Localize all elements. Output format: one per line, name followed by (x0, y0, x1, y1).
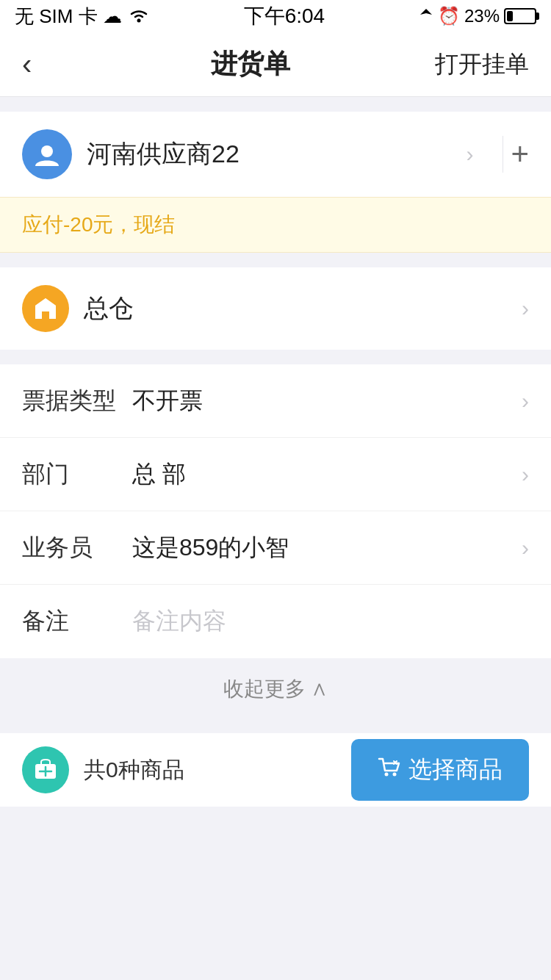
warehouse-arrow-icon: › (522, 296, 529, 321)
open-pending-button[interactable]: 打开挂单 (435, 48, 529, 81)
department-value: 总 部 (125, 458, 522, 491)
remark-row[interactable]: 备注 备注内容 (0, 585, 551, 658)
battery-icon (504, 8, 536, 24)
status-right: ⏰ 23% (419, 6, 536, 26)
status-left: 无 SIM 卡 ☁ (15, 4, 150, 29)
svg-point-1 (41, 145, 53, 157)
invoice-type-arrow-icon: › (522, 389, 529, 414)
supplier-section: 河南供应商22 › + 应付-20元，现结 (0, 112, 551, 253)
bottom-bar: 共0种商品 选择商品 (0, 733, 551, 807)
supplier-row[interactable]: 河南供应商22 › + (0, 112, 551, 197)
remark-label: 备注 (22, 605, 125, 638)
warehouse-section[interactable]: 总仓 › (0, 267, 551, 350)
department-label: 部门 (22, 458, 125, 491)
battery-percent: 23% (464, 6, 500, 26)
salesman-label: 业务员 (22, 532, 125, 564)
supplier-arrow-icon: › (466, 142, 473, 167)
product-icon (22, 746, 69, 793)
remark-input[interactable]: 备注内容 (125, 605, 529, 638)
department-arrow-icon: › (522, 462, 529, 487)
svg-point-0 (137, 18, 140, 22)
status-time: 下午6:04 (244, 2, 325, 30)
supplier-name: 河南供应商22 (87, 137, 466, 171)
invoice-type-value: 不开票 (125, 385, 522, 417)
nav-bar: ‹ 进货单 打开挂单 (0, 32, 551, 97)
invoice-type-row[interactable]: 票据类型 不开票 › (0, 364, 551, 438)
select-product-button[interactable]: 选择商品 (351, 739, 529, 801)
salesman-row[interactable]: 业务员 这是859的小智 › (0, 511, 551, 585)
no-sim-label: 无 SIM 卡 ☁ (15, 4, 122, 29)
status-bar: 无 SIM 卡 ☁ 下午6:04 ⏰ 23% (0, 0, 551, 32)
department-row[interactable]: 部门 总 部 › (0, 438, 551, 511)
collapse-label: 收起更多 ∧ (223, 675, 328, 703)
salesman-value: 这是859的小智 (125, 532, 522, 564)
wifi-icon (128, 5, 150, 28)
product-count-label: 共0种商品 (84, 755, 336, 785)
collapse-row[interactable]: 收起更多 ∧ (0, 660, 551, 718)
invoice-type-label: 票据类型 (22, 385, 125, 417)
section-gap-1 (0, 97, 551, 112)
divider (503, 136, 503, 173)
svg-point-3 (385, 772, 389, 776)
page-title: 进货单 (211, 46, 290, 82)
svg-point-4 (393, 772, 397, 776)
cart-icon (378, 757, 401, 783)
location-icon (419, 6, 433, 26)
notice-bar: 应付-20元，现结 (0, 197, 551, 253)
back-button[interactable]: ‹ (22, 48, 66, 81)
salesman-arrow-icon: › (522, 536, 529, 561)
notice-text: 应付-20元，现结 (22, 213, 175, 236)
alarm-icon: ⏰ (438, 6, 460, 26)
warehouse-name: 总仓 (84, 292, 522, 325)
supplier-avatar (22, 129, 72, 179)
form-section: 票据类型 不开票 › 部门 总 部 › 业务员 这是859的小智 › 备注 备注… (0, 364, 551, 658)
add-supplier-button[interactable]: + (511, 137, 529, 172)
warehouse-icon (22, 285, 69, 332)
select-product-label: 选择商品 (408, 754, 503, 786)
